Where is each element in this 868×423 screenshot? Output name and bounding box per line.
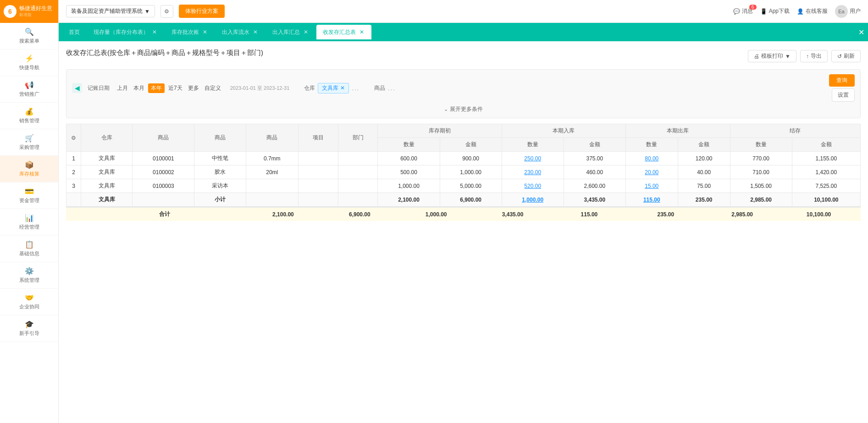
row-close-qty-2: 1,505.00 [730,179,792,193]
purchase-label: 采购管理 [19,144,39,151]
system-name: 装备及固定资产辅助管理系统 [71,7,143,15]
tab-inout-summary[interactable]: 出入库汇总✕ [266,25,315,39]
table-settings-icon[interactable]: ⚙ [71,135,76,141]
row-department-3 [338,193,378,207]
system-label: 系统管理 [19,277,39,284]
user-label: 用户 [850,7,861,15]
finance-label: 资金管理 [19,197,39,204]
row-no-2: 3 [66,179,81,193]
warehouse-tag-close-icon[interactable]: ✕ [340,85,345,91]
warehouse-tag[interactable]: 文具库 ✕ [318,83,349,93]
date-this-year[interactable]: 本年 [148,83,165,93]
row-project-0 [298,152,338,165]
tab-recv-send-summary[interactable]: 收发存汇总表✕ [316,25,371,39]
row-in-qty-0[interactable]: 250.00 [502,152,564,165]
product-more-icon[interactable]: ... [388,85,396,92]
sidebar-item-search[interactable]: 🔍搜索菜单 [0,23,58,49]
table-row: 3 文具库 0100003 采访本 1,000.00 5,000.00 520.… [66,179,861,193]
notifications-badge: 6 [749,5,757,10]
row-product-spec-3 [246,193,298,207]
table-row: 1 文具库 0100001 中性笔 0.7mm 600.00 900.00 25… [66,152,861,165]
col-out-amount-header: 金额 [678,138,730,152]
row-in-qty-2[interactable]: 520.00 [502,179,564,193]
search-label: 搜索菜单 [19,38,39,44]
tab-label-inventory-dist: 现存量（库存分布表） [94,28,149,36]
footer-out-amount: 235.00 [627,211,704,218]
tab-close-recv-send-summary[interactable]: ✕ [359,29,365,35]
sidebar-item-guide[interactable]: 🎓新手引导 [0,315,58,342]
row-close-amount-1: 1,420.00 [792,165,860,179]
row-product-code-0: 0100001 [133,152,194,165]
row-open-qty-3: 2,100.00 [378,193,440,207]
system-select[interactable]: 装备及固定资产辅助管理系统 ▼ [66,5,155,17]
refresh-button[interactable]: ↺ 刷新 [831,50,861,62]
row-out-amount-2: 75.00 [678,179,730,193]
tab-home[interactable]: 首页 [62,25,86,39]
row-department-0 [338,152,378,165]
row-warehouse-1: 文具库 [81,165,133,179]
row-out-qty-3[interactable]: 115.00 [625,193,678,207]
tab-close-inventory-dist[interactable]: ✕ [151,29,158,35]
query-button[interactable]: 查询 [829,74,855,87]
date-last-month[interactable]: 上月 [115,83,130,93]
warehouse-more-icon[interactable]: ... [352,85,359,92]
row-out-qty-0[interactable]: 80.00 [625,152,678,165]
enterprise-icon: 🤝 [25,293,34,302]
tab-batch-ledger[interactable]: 库存批次账✕ [165,25,215,39]
operations-icon: 📊 [25,214,34,222]
date-this-month[interactable]: 本月 [132,83,146,93]
expand-filter-row[interactable]: ⌄ 展开更多条件 [72,105,855,113]
app-download-action[interactable]: 📱 App下载 [760,7,790,15]
row-in-qty-3[interactable]: 1,000.00 [502,193,564,207]
row-product-spec-0: 0.7mm [246,152,298,165]
setting-button[interactable]: 设置 [832,88,855,102]
row-in-amount-3: 3,435.00 [564,193,625,207]
sidebar-item-finance[interactable]: 💳资金管理 [0,182,58,209]
sidebar-item-enterprise[interactable]: 🤝企业协同 [0,289,58,315]
template-print-button[interactable]: 🖨 模板打印 ▼ [748,50,796,62]
date-custom[interactable]: 自定义 [203,83,223,93]
tab-inventory-dist[interactable]: 现存量（库存分布表）✕ [87,25,164,39]
sidebar-item-quick-nav[interactable]: ⚡快捷导航 [0,49,58,76]
row-no-0: 1 [66,152,81,165]
sidebar-item-sales[interactable]: 💰销售管理 [0,103,58,129]
sidebar-item-purchase[interactable]: 🛒采购管理 [0,129,58,156]
footer-close-amount: 10,100.00 [780,211,857,218]
date-options: 上月 本月 本年 近7天 更多 自定义 [115,83,223,93]
system-icon: ⚙️ [25,267,34,275]
demo-button[interactable]: 体验行业方案 [179,5,225,18]
basic-info-label: 基础信息 [19,250,39,257]
notifications-action[interactable]: 💬 消息 6 [733,7,753,15]
tab-close-inout-summary[interactable]: ✕ [303,29,309,35]
sidebar-item-marketing[interactable]: 📢营销推广 [0,76,58,103]
expand-label: 展开更多条件 [450,105,483,113]
sidebar-item-operations[interactable]: 📊经营管理 [0,209,58,236]
sidebar-item-inventory[interactable]: 📦库存核算 [0,156,58,182]
tab-close-batch-ledger[interactable]: ✕ [202,29,208,35]
row-out-qty-1[interactable]: 20.00 [625,165,678,179]
date-7days[interactable]: 近7天 [166,83,184,93]
sidebar-item-system[interactable]: ⚙️系统管理 [0,262,58,289]
tab-inout-flow[interactable]: 出入库流水✕ [216,25,265,39]
sidebar-item-basic-info[interactable]: 📋基础信息 [0,236,58,262]
settings-icon[interactable]: ⚙ [160,5,173,18]
quick-nav-label: 快捷导航 [19,64,39,71]
date-more[interactable]: 更多 [186,83,201,93]
filter-bar: ◀ 记账日期 上月 本月 本年 近7天 更多 自定义 2023-01-01 至 … [66,69,861,118]
row-out-qty-2[interactable]: 15.00 [625,179,678,193]
quick-nav-icon: ⚡ [25,54,34,63]
tab-close-inout-flow[interactable]: ✕ [252,29,259,35]
row-close-qty-0: 770.00 [730,152,792,165]
online-service-action[interactable]: 👤 在线客服 [797,7,828,15]
row-in-qty-1[interactable]: 230.00 [502,165,564,179]
col-product-name-header: 商品 [194,124,246,152]
close-all-tabs-icon[interactable]: ✕ [858,28,864,37]
tab-label-batch-ledger: 库存批次账 [171,28,199,36]
filter-toggle-button[interactable]: ◀ [72,83,82,93]
footer-in-amount: 3,435.00 [475,211,551,218]
export-button[interactable]: ↑ 导出 [800,50,828,62]
row-product-spec-2 [246,179,298,193]
warehouse-tag-value: 文具库 [322,84,338,92]
user-action[interactable]: Ea 用户 [835,5,861,18]
phone-icon: 📱 [760,8,767,15]
